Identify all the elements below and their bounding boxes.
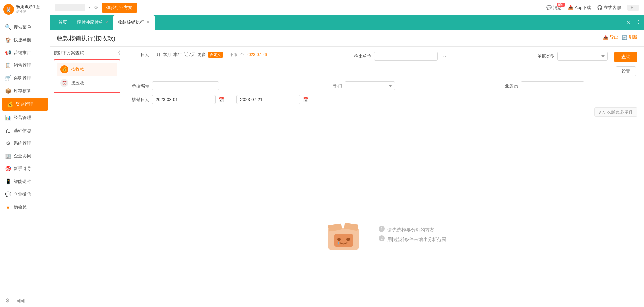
sidebar-item-quicknav[interactable]: 🏠 快捷导航 [0, 34, 50, 46]
user-avatar[interactable]: Rit [627, 5, 639, 11]
refresh-icon: 🔄 [622, 35, 627, 40]
collapse-icon[interactable]: ◀◀ [16, 297, 24, 304]
sidebar-item-purchase[interactable]: 🛒 采购管理 [0, 72, 50, 85]
sidebar-item-sales[interactable]: 📋 销售管理 [0, 59, 50, 72]
writeoff-date-filter: 核销日期 📅 — 📅 [131, 95, 309, 104]
maximize-icon[interactable]: ⛶ [634, 19, 639, 26]
setting-button[interactable]: 设置 [616, 66, 636, 76]
tab-home-label: 首页 [58, 19, 67, 25]
calendar-start-icon[interactable]: 📅 [218, 97, 224, 102]
sidebar-item-system[interactable]: ⚙ 系统管理 [0, 137, 50, 150]
right-panel: 日期 上月 本月 本年 近7天 更多 自定义 [124, 47, 644, 307]
date-custom-tag[interactable]: 自定义 [208, 52, 223, 58]
empty-illustration [322, 214, 365, 255]
dept-select[interactable] [345, 81, 395, 90]
sidebar-item-basic[interactable]: 🗂 基础信息 [0, 124, 50, 137]
sidebar-item-label: 企业微信 [14, 191, 31, 197]
sidebar-item-label: 搜索菜单 [14, 24, 31, 30]
date-this-year[interactable]: 本年 [173, 52, 182, 58]
step-1-num: 1 [379, 226, 385, 232]
app-download-item[interactable]: 📥 App下载 [568, 5, 591, 11]
operations-icon: 📊 [5, 115, 11, 121]
edition-badge: 标准版 [16, 10, 40, 14]
date-to-text: 至 [240, 52, 244, 58]
messages-item[interactable]: 💬 消息 99+ [546, 5, 562, 11]
system-icon: ⚙ [5, 140, 11, 146]
empty-step-2-label: 用[过滤]条件来缩小分析范围 [387, 235, 446, 244]
calendar-end-icon[interactable]: 📅 [303, 97, 309, 102]
salesperson-filter: 业务员 ··· [499, 81, 597, 90]
refresh-label: 刷新 [629, 34, 637, 40]
panel-title: 按以下方案查询 [54, 50, 84, 56]
search-icon: 🔍 [5, 24, 11, 30]
query-item-by-receivable[interactable]: ⏰ 按应收 [57, 76, 117, 90]
query-item-by-receipt[interactable]: 💰 按收款 [57, 63, 117, 76]
page-header: 收款核销执行(按收款) 📤 导出 🔄 刷新 [50, 30, 644, 47]
tab-bar-right: ✕ ⛶ [626, 19, 639, 26]
sidebar-item-enterprise[interactable]: 🏢 企业协同 [0, 150, 50, 162]
date-7days[interactable]: 近7天 [184, 52, 195, 58]
export-button[interactable]: 📤 导出 [603, 34, 619, 40]
empty-text: 1 请先选择要分析的方案 2 用[过滤]条件来缩小分析范围 [379, 225, 446, 244]
date-more[interactable]: 更多 [197, 52, 206, 58]
doc-no-label: 单据编号 [131, 83, 149, 89]
writeoff-date-end[interactable] [236, 95, 300, 104]
date-label: 日期 [131, 52, 149, 58]
sidebar-item-hardware[interactable]: 📱 智能硬件 [0, 175, 50, 188]
tab-collection-close-icon[interactable]: ✕ [146, 20, 150, 25]
collapse-button[interactable]: ∧∧ 收起更多条件 [594, 107, 637, 117]
panel-collapse-icon[interactable]: 《 [116, 50, 120, 56]
doc-type-select[interactable] [557, 52, 608, 61]
settings-icon[interactable]: ⚙ [5, 297, 10, 304]
online-service-item[interactable]: 🎧 在线客服 [597, 5, 621, 11]
doc-type-filter: 单据类型 [536, 52, 608, 61]
sidebar-item-operations[interactable]: 📊 经营管理 [0, 111, 50, 124]
member-icon: V [5, 204, 11, 210]
sidebar-item-search[interactable]: 🔍 搜索菜单 [0, 21, 50, 34]
dropdown-icon[interactable]: ▾ [88, 5, 90, 10]
salesperson-input[interactable] [521, 81, 584, 90]
date-shortcuts: 上月 本月 本年 近7天 更多 自定义 [152, 52, 223, 58]
headset-icon: 🎧 [597, 5, 602, 10]
tab-collection[interactable]: 收款核销执行 ✕ [113, 15, 155, 30]
svg-point-5 [346, 238, 350, 241]
empty-step-2: 2 用[过滤]条件来缩小分析范围 [379, 235, 446, 244]
query-button[interactable]: 查询 [614, 52, 637, 62]
enterprise-icon: 🏢 [5, 153, 11, 159]
tab-home[interactable]: 首页 [54, 15, 72, 30]
date-this-month[interactable]: 本月 [163, 52, 171, 58]
tab-prepaid[interactable]: 预付冲应付单 ✕ [72, 15, 113, 30]
filter-row-2: 单据编号 部门 业务员 [131, 81, 637, 90]
sidebar-item-label: 经营管理 [14, 115, 31, 121]
close-all-icon[interactable]: ✕ [626, 19, 630, 26]
main-area: ▾ ⚙ 体验行业方案 💬 消息 99+ 📥 App下载 🎧 在线客服 Rit [50, 0, 644, 307]
counterparty-label: 往来单位 [353, 53, 371, 59]
counterparty-filter: 往来单位 ··· [353, 52, 450, 61]
sidebar-menu: 🔍 搜索菜单 🏠 快捷导航 📢 营销推广 📋 销售管理 🛒 采购管理 📦 库存核… [0, 19, 50, 294]
sidebar-item-marketing[interactable]: 📢 营销推广 [0, 46, 50, 59]
receipt-icon: 💰 [60, 65, 68, 73]
sidebar-item-inventory[interactable]: 📦 库存核算 [0, 85, 50, 97]
counterparty-dots-icon[interactable]: ··· [440, 53, 450, 59]
tab-prepaid-close-icon[interactable]: ✕ [105, 20, 108, 25]
content-area: 收款核销执行(按收款) 📤 导出 🔄 刷新 按以下方案查询 《 [50, 30, 644, 307]
gear-icon[interactable]: ⚙ [94, 4, 98, 11]
date-last-month[interactable]: 上月 [152, 52, 161, 58]
sidebar-item-guide[interactable]: 🎯 新手引导 [0, 162, 50, 175]
company-name [55, 4, 85, 11]
svg-rect-3 [334, 234, 353, 247]
sidebar-item-member[interactable]: V 畅会员 [0, 201, 50, 213]
refresh-button[interactable]: 🔄 刷新 [622, 34, 637, 40]
writeoff-date-start[interactable] [152, 95, 216, 104]
counterparty-input[interactable] [374, 52, 438, 61]
sidebar-item-label: 畅会员 [14, 204, 27, 210]
brand-name: 畅捷通好生意 [16, 4, 40, 10]
doc-no-input[interactable] [152, 81, 219, 90]
collapse-row: ∧∧ 收起更多条件 [131, 107, 637, 117]
salesperson-dots-icon[interactable]: ··· [587, 83, 597, 89]
industry-button[interactable]: 体验行业方案 [102, 3, 137, 13]
sidebar-item-wechat[interactable]: 💬 企业微信 [0, 188, 50, 201]
sidebar-item-finance[interactable]: 💰 资金管理 [2, 98, 48, 111]
receivable-icon: ⏰ [60, 79, 68, 87]
filter-row-1: 日期 上月 本月 本年 近7天 更多 自定义 [131, 52, 637, 76]
